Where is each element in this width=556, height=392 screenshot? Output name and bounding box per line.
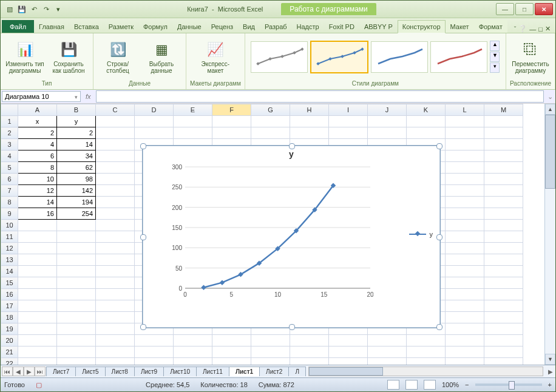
row-header[interactable]: 17 (1, 300, 18, 312)
cell[interactable] (96, 127, 135, 139)
sheet-tab[interactable]: Лист10 (163, 367, 197, 376)
change-chart-type-button[interactable]: 📊 Изменить тип диаграммы (4, 39, 46, 75)
cell[interactable] (407, 358, 446, 365)
tab-insert[interactable]: Вставка (69, 20, 104, 33)
cell[interactable]: 142 (57, 185, 96, 197)
cell[interactable] (18, 266, 57, 277)
cell[interactable]: 4 (18, 139, 57, 150)
tab-foxit[interactable]: Foxit PD (324, 20, 359, 33)
tab-data[interactable]: Данные (172, 20, 206, 33)
col-header[interactable]: L (446, 104, 484, 116)
chart-style-2[interactable] (310, 41, 368, 73)
row-header[interactable]: 8 (1, 197, 18, 208)
cell[interactable] (174, 335, 212, 346)
cell[interactable] (57, 300, 96, 312)
cell[interactable] (446, 254, 484, 266)
cell[interactable] (18, 300, 57, 312)
cell[interactable] (18, 254, 57, 266)
cell[interactable] (484, 174, 523, 185)
row-header[interactable]: 3 (1, 139, 18, 150)
doc-restore-icon[interactable]: □ (538, 25, 543, 33)
chart-object[interactable]: y 05010015020025030005101520 y (142, 145, 441, 328)
cell[interactable]: 10 (18, 174, 57, 185)
row-header[interactable]: 15 (1, 277, 18, 289)
zoom-out-button[interactable]: − (465, 381, 469, 388)
cell[interactable] (446, 266, 484, 277)
move-chart-button[interactable]: ⿻ Переместить диаграмму (510, 39, 551, 75)
cell[interactable] (18, 358, 57, 365)
hscroll-right-button[interactable]: ▶ (546, 368, 555, 375)
row-header[interactable]: 5 (1, 162, 18, 174)
zoom-slider[interactable] (475, 384, 542, 386)
row-header[interactable]: 20 (1, 335, 18, 346)
sheet-tab[interactable]: Лист1 (229, 367, 260, 376)
cell[interactable] (446, 289, 484, 300)
zoom-level[interactable]: 100% (442, 381, 459, 388)
horizontal-scrollbar[interactable] (308, 367, 543, 376)
chart-plot-area[interactable]: 05010015020025030005101520 (161, 164, 373, 303)
cell[interactable] (446, 208, 484, 220)
cell[interactable] (329, 335, 368, 346)
cell[interactable]: 8 (18, 162, 57, 174)
qat-more-icon[interactable]: ▾ (53, 4, 64, 15)
cell[interactable]: 34 (57, 150, 96, 162)
view-layout-button[interactable] (405, 380, 418, 390)
cell[interactable] (484, 254, 523, 266)
cell[interactable] (329, 127, 368, 139)
cell[interactable] (18, 289, 57, 300)
tab-addins[interactable]: Надстр (292, 20, 324, 33)
minimize-button[interactable]: — (496, 3, 514, 15)
cell[interactable] (18, 243, 57, 254)
tab-review[interactable]: Реценз (206, 20, 238, 33)
cell[interactable] (57, 289, 96, 300)
cell[interactable] (96, 358, 135, 365)
cell[interactable] (174, 116, 212, 127)
cell[interactable] (96, 335, 135, 346)
cell[interactable] (290, 335, 329, 346)
cell[interactable] (446, 300, 484, 312)
row-header[interactable]: 4 (1, 150, 18, 162)
cell[interactable] (446, 335, 484, 346)
cell[interactable] (18, 312, 57, 323)
col-header[interactable]: F (212, 104, 251, 116)
cell[interactable] (96, 208, 135, 220)
styles-more[interactable]: ▾ (490, 63, 500, 73)
cell[interactable] (368, 116, 407, 127)
cell[interactable] (18, 220, 57, 231)
cell[interactable] (96, 323, 135, 335)
cell[interactable] (446, 127, 484, 139)
cell[interactable]: 62 (57, 162, 96, 174)
row-header[interactable]: 19 (1, 323, 18, 335)
cell[interactable]: 14 (57, 139, 96, 150)
cell[interactable] (18, 346, 57, 358)
col-header[interactable]: E (174, 104, 212, 116)
cell[interactable] (96, 277, 135, 289)
scroll-down-button[interactable]: ▼ (545, 354, 555, 365)
cell[interactable] (407, 116, 446, 127)
styles-scroll-up[interactable]: ▲ (490, 41, 500, 51)
hscroll-thumb[interactable] (309, 367, 383, 376)
cell[interactable] (212, 358, 251, 365)
switch-row-col-button[interactable]: 🔃 Строка/столбец (97, 39, 138, 75)
cell[interactable] (446, 312, 484, 323)
cell[interactable] (290, 346, 329, 358)
cell[interactable] (446, 220, 484, 231)
vertical-scrollbar[interactable]: ▲ ▼ (544, 104, 555, 365)
fx-icon[interactable]: fx (82, 93, 95, 100)
cell[interactable] (484, 231, 523, 243)
cell[interactable] (484, 185, 523, 197)
macro-record-icon[interactable]: ▢ (36, 381, 42, 389)
cell[interactable] (96, 162, 135, 174)
col-header[interactable]: C (96, 104, 135, 116)
sheet-nav-last[interactable]: ⏭ (35, 367, 46, 376)
cell[interactable] (290, 116, 329, 127)
chart-style-4[interactable] (430, 41, 487, 73)
cell[interactable] (96, 254, 135, 266)
cell[interactable] (484, 266, 523, 277)
cell[interactable] (18, 323, 57, 335)
chart-style-1[interactable] (251, 41, 308, 73)
cell[interactable] (484, 358, 523, 365)
formula-input[interactable] (96, 90, 544, 103)
col-header[interactable]: A (18, 104, 57, 116)
cell[interactable] (368, 127, 407, 139)
